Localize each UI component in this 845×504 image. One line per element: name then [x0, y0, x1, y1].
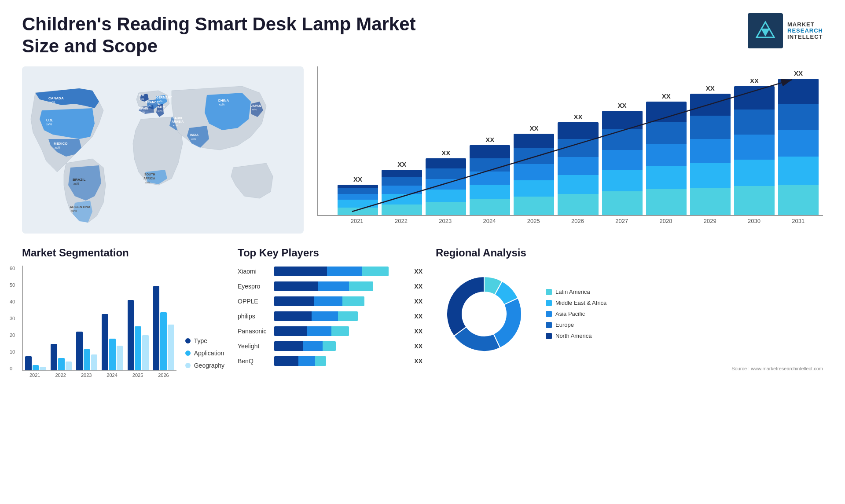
map-section: CANADA xx% U.S. xx% MEXICO xx% BRAZIL xx…: [22, 66, 304, 234]
regional-title: Regional Analysis: [436, 247, 823, 259]
bar-group: XX: [778, 69, 819, 215]
legend-item: Application: [185, 350, 224, 357]
source-text: Source : www.marketresearchintellect.com: [436, 366, 823, 371]
seg-legend: TypeApplicationGeography: [185, 337, 224, 378]
logo-icon: [748, 13, 783, 48]
seg-bar-group: [102, 314, 123, 370]
seg-bar-group: [128, 300, 149, 370]
page-title: Children's Reading Smart Desk Lamp Marke…: [22, 13, 418, 58]
svg-marker-1: [761, 29, 770, 37]
seg-bar-group: [25, 356, 46, 370]
players-section: Top Key Players XiaomiXXEyesproXXOPPLEXX…: [238, 247, 422, 378]
svg-text:ITALY: ITALY: [157, 106, 165, 109]
svg-text:GERMANY: GERMANY: [156, 96, 172, 99]
svg-text:SAUDI: SAUDI: [173, 117, 182, 120]
svg-text:xx%: xx%: [219, 103, 224, 106]
logo-area: MARKET RESEARCH INTELLECT: [748, 13, 823, 48]
pie-legend-item: Middle East & Africa: [546, 299, 606, 306]
bar-group: XX: [470, 136, 510, 215]
bar-group: XX: [734, 77, 775, 215]
svg-text:SPAIN: SPAIN: [139, 107, 148, 110]
legend-item: Type: [185, 337, 224, 344]
svg-text:xx%: xx%: [73, 182, 79, 185]
top-section: CANADA xx% U.S. xx% MEXICO xx% BRAZIL xx…: [22, 66, 823, 234]
svg-text:xx%: xx%: [46, 123, 52, 126]
bar-group: XX: [426, 149, 466, 215]
svg-text:xx%: xx%: [145, 181, 151, 184]
world-map: CANADA xx% U.S. xx% MEXICO xx% BRAZIL xx…: [22, 66, 304, 234]
bar-group: XX: [602, 102, 643, 215]
svg-text:CHINA: CHINA: [218, 99, 229, 102]
svg-text:xx%: xx%: [191, 138, 196, 140]
bottom-section: Market Segmentation 0102030405060 202120…: [22, 247, 823, 378]
player-row: OPPLEXX: [238, 296, 422, 307]
svg-text:xx%: xx%: [55, 146, 60, 149]
player-row: XiaomiXX: [238, 266, 422, 277]
seg-bar-group: [76, 332, 97, 370]
players-title: Top Key Players: [238, 247, 422, 259]
bar-group: XX: [514, 124, 554, 215]
segmentation-title: Market Segmentation: [22, 247, 224, 259]
svg-text:xx%: xx%: [139, 98, 144, 100]
bar-group: XX: [338, 175, 378, 215]
svg-text:U.K.: U.K.: [139, 94, 145, 97]
player-row: YeelightXX: [238, 340, 422, 352]
svg-text:ARABIA: ARABIA: [172, 120, 184, 123]
svg-text:BRAZIL: BRAZIL: [73, 178, 85, 182]
svg-text:xx%: xx%: [140, 111, 145, 113]
seg-bar-group: [153, 286, 174, 370]
svg-text:xx%: xx%: [252, 108, 257, 111]
svg-text:JAPAN: JAPAN: [251, 104, 261, 107]
svg-text:INDIA: INDIA: [190, 133, 198, 136]
bar-chart-section: XXXXXXXXXXXXXXXXXXXXXX 20212022202320242…: [317, 66, 823, 234]
svg-text:MEXICO: MEXICO: [54, 142, 68, 146]
logo-text: MARKET RESEARCH INTELLECT: [787, 22, 823, 40]
svg-text:FRANCE: FRANCE: [146, 101, 158, 104]
seg-bar-group: [51, 344, 72, 370]
bar-group: XX: [690, 84, 731, 215]
pie-legend-item: Asia Pacific: [546, 310, 606, 317]
svg-text:SOUTH: SOUTH: [144, 173, 155, 176]
regional-section: Regional Analysis Latin AmericaMiddle Ea…: [436, 247, 823, 378]
svg-text:xx%: xx%: [71, 209, 77, 212]
svg-text:U.S.: U.S.: [46, 118, 53, 122]
pie-legend-item: North America: [546, 332, 606, 339]
seg-chart-container: 0102030405060 202120222023202420252026 T…: [22, 266, 224, 378]
bar-group: XX: [382, 161, 422, 215]
pie-chart: [436, 266, 533, 362]
svg-text:xx%: xx%: [158, 110, 163, 112]
svg-text:ARGENTINA: ARGENTINA: [70, 205, 91, 209]
bar-group: XX: [558, 113, 598, 215]
pie-legend: Latin AmericaMiddle East & AfricaAsia Pa…: [546, 289, 606, 339]
svg-text:AFRICA: AFRICA: [143, 177, 155, 180]
page-header: Children's Reading Smart Desk Lamp Marke…: [22, 13, 823, 58]
legend-item: Geography: [185, 362, 224, 369]
bar-group: XX: [646, 92, 687, 215]
svg-text:CANADA: CANADA: [48, 96, 64, 100]
player-row: BenQXX: [238, 355, 422, 367]
player-row: EyesproXX: [238, 281, 422, 292]
svg-text:xx%: xx%: [173, 124, 178, 127]
svg-text:xx%: xx%: [49, 101, 55, 104]
players-list: XiaomiXXEyesproXXOPPLEXXphilipsXXPanason…: [238, 266, 422, 367]
pie-legend-item: Europe: [546, 321, 606, 328]
regional-chart: Latin AmericaMiddle East & AfricaAsia Pa…: [436, 266, 823, 362]
pie-legend-item: Latin America: [546, 289, 606, 295]
player-row: PanasonicXX: [238, 325, 422, 337]
svg-text:xx%: xx%: [158, 100, 163, 102]
segmentation-section: Market Segmentation 0102030405060 202120…: [22, 247, 224, 378]
player-row: philipsXX: [238, 310, 422, 322]
